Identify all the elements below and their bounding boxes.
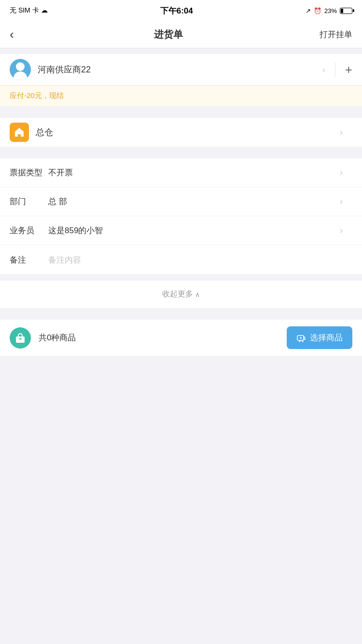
svg-point-2 bbox=[299, 340, 301, 342]
warehouse-section[interactable]: 总仓 › bbox=[0, 118, 362, 147]
select-product-button[interactable]: 选择商品 bbox=[287, 326, 352, 349]
department-label: 部门 bbox=[10, 196, 48, 207]
gap-2 bbox=[0, 106, 362, 112]
invoice-chevron-icon: › bbox=[340, 168, 343, 178]
bottom-bar: 共0种商品 选择商品 bbox=[0, 320, 362, 356]
warehouse-chevron-icon: › bbox=[340, 127, 343, 138]
open-pending-button[interactable]: 打开挂单 bbox=[320, 29, 352, 40]
supplier-divider bbox=[335, 62, 335, 77]
remark-row[interactable]: 备注 备注内容 bbox=[0, 245, 362, 274]
collapse-arrow-icon: ∧ bbox=[195, 291, 200, 298]
remark-label: 备注 bbox=[10, 254, 48, 266]
supplier-avatar bbox=[10, 59, 31, 80]
department-chevron-icon: › bbox=[340, 196, 343, 207]
notice-row: 应付-20元，现结 bbox=[0, 85, 362, 106]
chevron-right-icon: › bbox=[322, 65, 325, 75]
gap-1 bbox=[0, 48, 362, 54]
salesperson-label: 业务员 bbox=[10, 225, 48, 236]
product-icon-wrapper bbox=[10, 327, 31, 349]
warehouse-name: 总仓 bbox=[36, 126, 340, 138]
notice-text: 应付-20元，现结 bbox=[10, 91, 64, 99]
gap-3 bbox=[0, 147, 362, 153]
supplier-name: 河南供应商22 bbox=[38, 64, 322, 75]
add-supplier-button[interactable]: + bbox=[345, 62, 352, 77]
shopping-bag-icon bbox=[14, 332, 27, 344]
status-time: 下午6:04 bbox=[160, 5, 193, 16]
alarm-icon: ⏰ bbox=[314, 7, 321, 14]
page-background bbox=[0, 356, 362, 549]
form-section: 票据类型 不开票 › 部门 总 部 › 业务员 这是859的小智 › 备注 备注… bbox=[0, 158, 362, 274]
department-value: 总 部 bbox=[48, 196, 340, 207]
salesperson-row[interactable]: 业务员 这是859的小智 › bbox=[0, 216, 362, 245]
warehouse-icon bbox=[10, 123, 29, 142]
invoice-type-value: 不开票 bbox=[48, 167, 340, 178]
supplier-section[interactable]: 河南供应商22 › + bbox=[0, 54, 362, 85]
page-title: 进货单 bbox=[154, 28, 183, 41]
avatar-body bbox=[14, 71, 27, 80]
remark-input[interactable]: 备注内容 bbox=[48, 254, 352, 266]
status-right: ↗ ⏰ 23% bbox=[306, 7, 352, 14]
battery-percent: 23% bbox=[324, 7, 337, 14]
product-count: 共0种商品 bbox=[39, 332, 279, 343]
salesperson-value: 这是859的小智 bbox=[48, 225, 340, 236]
gap-4 bbox=[0, 308, 362, 314]
cart-icon bbox=[296, 333, 306, 343]
house-svg bbox=[14, 126, 25, 138]
status-bar: 无 SIM 卡 ☁ 下午6:04 ↗ ⏰ 23% bbox=[0, 0, 362, 21]
battery-icon bbox=[340, 8, 352, 14]
avatar-head bbox=[16, 62, 25, 71]
invoice-type-row[interactable]: 票据类型 不开票 › bbox=[0, 158, 362, 187]
status-left: 无 SIM 卡 ☁ bbox=[10, 6, 48, 15]
department-row[interactable]: 部门 总 部 › bbox=[0, 187, 362, 216]
location-icon: ↗ bbox=[306, 7, 311, 14]
nav-bar: ‹ 进货单 打开挂单 bbox=[0, 21, 362, 48]
back-button[interactable]: ‹ bbox=[10, 25, 18, 44]
collapse-row[interactable]: 收起更多 ∧ bbox=[0, 280, 362, 308]
collapse-text: 收起更多 bbox=[162, 289, 193, 299]
svg-point-3 bbox=[302, 340, 304, 342]
salesperson-chevron-icon: › bbox=[340, 225, 343, 236]
avatar-person bbox=[10, 59, 31, 80]
select-product-label: 选择商品 bbox=[310, 332, 343, 343]
invoice-type-label: 票据类型 bbox=[10, 167, 48, 178]
